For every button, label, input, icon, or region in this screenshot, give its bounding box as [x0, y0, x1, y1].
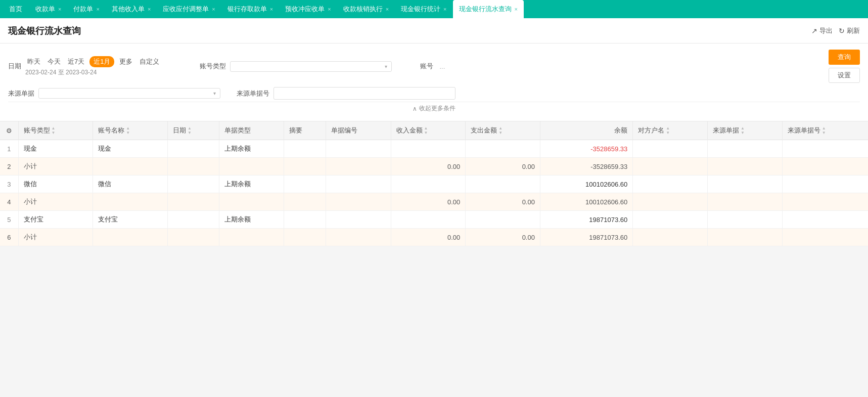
cell-source-doc: [707, 158, 782, 175]
col-account-type[interactable]: 账号类型 ▲▼: [18, 121, 93, 140]
nav-tab-receipts[interactable]: 收款单 ×: [29, 0, 67, 18]
cell-num: 3: [0, 175, 18, 193]
refresh-button[interactable]: ↻ 刷新: [839, 26, 860, 35]
col-account-name[interactable]: 账号名称 ▲▼: [93, 121, 168, 140]
sort-source-doc: ▲▼: [741, 126, 745, 135]
account-type-select[interactable]: ▾: [230, 61, 392, 72]
cell-num: 4: [0, 193, 18, 211]
refresh-icon: ↻: [839, 27, 845, 35]
close-ar-ap-tab[interactable]: ×: [212, 0, 215, 18]
cell-expense: 0.00: [466, 229, 540, 246]
close-collection-exec-tab[interactable]: ×: [386, 0, 389, 18]
cell-doc-type: [219, 158, 284, 175]
sort-date: ▲▼: [188, 126, 192, 135]
cell-date: [167, 175, 219, 193]
nav-tab-prepay-offset[interactable]: 预收冲应收单 ×: [279, 0, 337, 18]
collapse-label: 收起更多条件: [419, 104, 455, 113]
col-summary[interactable]: 摘要: [284, 121, 326, 140]
account-filter: 账号 ...: [420, 61, 447, 72]
close-other-income-tab[interactable]: ×: [148, 0, 151, 18]
source-doc-filter: 来源单据 ▾: [8, 88, 220, 99]
shortcut-1month[interactable]: 近1月: [89, 56, 114, 67]
account-type-label: 账号类型: [200, 62, 226, 71]
col-income[interactable]: 收入金额 ▲▼: [391, 121, 466, 140]
cell-date: [167, 229, 219, 246]
close-cash-bank-stats-tab[interactable]: ×: [443, 0, 446, 18]
top-right-actions: 查询 设置: [829, 50, 860, 83]
shortcut-7days[interactable]: 近7天: [66, 56, 86, 67]
cell-account-type: 支付宝: [18, 211, 93, 229]
date-filter: 日期 昨天 今天 近7天 近1月 更多 自定义 2023-02-24 至 202…: [8, 56, 161, 77]
nav-tab-other-income[interactable]: 其他收入单 ×: [106, 0, 157, 18]
cell-source-doc-no: [782, 175, 868, 193]
shortcut-more[interactable]: 更多: [117, 56, 134, 67]
cell-expense: 0.00: [466, 193, 540, 211]
table-row: 4 小计 0.00 0.00 100102606.60: [0, 193, 868, 211]
cell-account-type: 小计: [18, 158, 93, 175]
source-doc-num-input[interactable]: [273, 87, 455, 100]
filter-row-2: 来源单据 ▾ 来源单据号: [8, 87, 860, 100]
cell-counterparty: [633, 140, 708, 158]
close-receipts-tab[interactable]: ×: [58, 0, 61, 18]
nav-home[interactable]: 首页: [2, 0, 29, 18]
col-settings[interactable]: ⚙: [0, 121, 18, 140]
settings-button[interactable]: 设置: [829, 68, 860, 83]
cell-doc-type: 上期余额: [219, 140, 284, 158]
cell-expense: [466, 211, 540, 229]
col-source-doc-no[interactable]: 来源单据号 ▲▼: [782, 121, 868, 140]
cell-doc-type: [219, 229, 284, 246]
cell-date: [167, 211, 219, 229]
table-area: ⚙ 账号类型 ▲▼ 账号名称 ▲▼ 日期: [0, 121, 868, 246]
page-title: 现金银行流水查询: [8, 25, 81, 37]
table-row: 1 现金 现金 上期余额 -3528659.33: [0, 140, 868, 158]
nav-tab-ar-ap-adjust[interactable]: 应收应付调整单 ×: [157, 0, 221, 18]
col-date[interactable]: 日期 ▲▼: [167, 121, 219, 140]
nav-tab-payments[interactable]: 付款单 ×: [67, 0, 105, 18]
cell-income: 0.00: [391, 193, 466, 211]
cell-doc-type: [219, 193, 284, 211]
col-doc-type[interactable]: 单据类型: [219, 121, 284, 140]
cell-counterparty: [633, 229, 708, 246]
close-cash-bank-flow-tab[interactable]: ×: [515, 0, 518, 18]
collapse-filter-bar[interactable]: ∧ 收起更多条件: [8, 102, 860, 115]
shortcut-today[interactable]: 今天: [45, 56, 63, 67]
header-actions: ↗ 导出 ↻ 刷新: [811, 26, 860, 35]
close-payments-tab[interactable]: ×: [96, 0, 99, 18]
cell-date: [167, 140, 219, 158]
source-doc-num-filter: 来源单据号: [237, 87, 455, 100]
cell-source-doc-no: [782, 158, 868, 175]
query-button[interactable]: 查询: [829, 50, 860, 65]
top-navigation: 首页 收款单 × 付款单 × 其他收入单 × 应收应付调整单 × 银行存取款单 …: [0, 0, 868, 18]
collapse-icon: ∧: [413, 105, 417, 112]
cell-source-doc-no: [782, 211, 868, 229]
cell-doc-no: [326, 211, 391, 229]
cell-doc-no: [326, 140, 391, 158]
nav-tab-collection-exec[interactable]: 收款核销执行 ×: [337, 0, 395, 18]
col-source-doc[interactable]: 来源单据 ▲▼: [707, 121, 782, 140]
table-body: 1 现金 现金 上期余额 -3528659.33 2 小计 0.00 0.00 …: [0, 140, 868, 246]
col-balance[interactable]: 余额: [540, 121, 632, 140]
col-doc-no[interactable]: 单据编号: [326, 121, 391, 140]
cell-balance: 100102606.60: [540, 175, 632, 193]
export-button[interactable]: ↗ 导出: [811, 26, 833, 35]
source-doc-label: 来源单据: [8, 89, 34, 98]
filter-area: 日期 昨天 今天 近7天 近1月 更多 自定义 2023-02-24 至 202…: [0, 43, 868, 121]
col-expense[interactable]: 支出金额 ▲▼: [466, 121, 540, 140]
nav-tab-cash-bank-stats[interactable]: 现金银行统计 ×: [395, 0, 452, 18]
close-prepay-offset-tab[interactable]: ×: [328, 0, 331, 18]
page-header: 现金银行流水查询 ↗ 导出 ↻ 刷新: [0, 18, 868, 43]
cell-income: [391, 140, 466, 158]
shortcut-yesterday[interactable]: 昨天: [25, 56, 42, 67]
cell-source-doc-no: [782, 140, 868, 158]
nav-tab-bank-deposit[interactable]: 银行存取款单 ×: [221, 0, 279, 18]
nav-tab-cash-bank-flow[interactable]: 现金银行流水查询 ×: [453, 0, 524, 18]
close-bank-deposit-tab[interactable]: ×: [270, 0, 273, 18]
source-doc-select[interactable]: ▾: [38, 88, 220, 99]
cell-doc-no: [326, 193, 391, 211]
shortcut-custom[interactable]: 自定义: [138, 56, 161, 67]
cell-doc-type: 上期余额: [219, 175, 284, 193]
col-counterparty[interactable]: 对方户名 ▲▼: [633, 121, 708, 140]
sort-income: ▲▼: [424, 126, 428, 135]
account-label: 账号: [420, 62, 433, 71]
account-more-button[interactable]: ...: [437, 61, 447, 72]
